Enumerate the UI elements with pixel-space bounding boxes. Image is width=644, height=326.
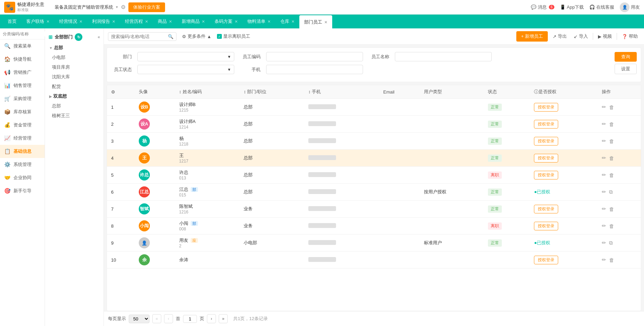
close-icon[interactable]: ✕	[267, 19, 271, 24]
page-number-input[interactable]	[183, 315, 197, 323]
dept-refresh-btn[interactable]: ↻	[75, 33, 82, 41]
nav-item-barcode[interactable]: 条码方案 ✕	[210, 15, 243, 28]
edit-icon[interactable]: ✏	[602, 206, 606, 212]
nav-item-warehouse[interactable]: 仓库 ✕	[275, 15, 299, 28]
trial-button[interactable]: 体验行业方案	[128, 2, 165, 12]
delete-icon[interactable]: 🗑	[609, 104, 614, 110]
close-icon[interactable]: ✕	[202, 19, 205, 24]
close-icon[interactable]: ✕	[169, 19, 172, 24]
copy-icon[interactable]: ⧉	[609, 240, 613, 246]
sidebar-item-guide[interactable]: 🎯新手引导	[0, 184, 45, 197]
dept-tree-item-shuangdi[interactable]: ▶双底想	[45, 91, 103, 101]
emp-status-filter-select[interactable]: ▾	[137, 65, 234, 74]
help-btn[interactable]: ❓ 帮助	[620, 32, 640, 41]
dept-tree-item-distribution[interactable]: 配货	[45, 82, 103, 91]
edit-icon[interactable]: ✏	[602, 155, 606, 161]
auth-login-button[interactable]: 授权登录	[534, 120, 558, 129]
dept-tree-item-shenyang[interactable]: 沈阳大库	[45, 72, 103, 82]
phone-filter-input[interactable]	[266, 65, 363, 74]
auth-login-button[interactable]: 授权登录	[534, 256, 558, 264]
first-page-btn[interactable]: «	[152, 314, 161, 323]
nav-item-operation[interactable]: 经营情况 ✕	[54, 15, 87, 28]
query-button[interactable]: 查询	[615, 52, 637, 62]
edit-icon[interactable]: ✏	[602, 172, 606, 178]
app-download-btn[interactable]: 📱 App下载	[560, 4, 584, 10]
close-icon[interactable]: ✕	[46, 19, 49, 24]
nav-item-profit[interactable]: 利润报告 ✕	[87, 15, 120, 28]
add-employee-button[interactable]: + 新增员工	[516, 31, 548, 42]
dept-collapse-btn[interactable]: «	[98, 35, 100, 39]
edit-icon[interactable]: ✏	[602, 223, 606, 229]
delete-icon[interactable]: 🗑	[609, 138, 614, 144]
gear-icon[interactable]: ⚙	[121, 4, 126, 10]
sidebar-item-operation-mgmt[interactable]: 📈经营管理	[0, 132, 45, 145]
prev-page-btn[interactable]: ‹	[164, 314, 173, 323]
auth-login-button[interactable]: 授权登录	[534, 205, 558, 213]
close-icon[interactable]: ✕	[324, 20, 327, 25]
close-icon[interactable]: ✕	[112, 19, 115, 24]
more-filter-btn[interactable]: ⚙ 更多条件 ▲	[179, 32, 214, 41]
nav-item-customer[interactable]: 客户联络 ✕	[21, 15, 54, 28]
close-icon[interactable]: ✕	[145, 19, 148, 24]
import-btn[interactable]: ↙ 导入	[572, 32, 590, 41]
set-button[interactable]: 设置	[615, 64, 637, 74]
delete-icon[interactable]: 🗑	[609, 155, 614, 161]
message-btn[interactable]: 💬 消息 6	[531, 4, 554, 10]
online-service-btn[interactable]: 🎧 在线客服	[589, 4, 614, 10]
sidebar-item-basic-info[interactable]: 📋基础信息	[0, 145, 45, 158]
edit-icon[interactable]: ✏	[602, 138, 606, 144]
dept-tree-item-zongbu[interactable]: 总部	[45, 101, 103, 111]
dept-tree-item-general-hq[interactable]: ▼总部	[45, 43, 103, 53]
view-btn[interactable]: ▶ 视频	[596, 32, 614, 41]
nav-item-employee[interactable]: 部门员工 ✕	[299, 15, 332, 29]
user-menu[interactable]: 👤 用友	[620, 2, 640, 12]
close-icon[interactable]: ✕	[235, 19, 238, 24]
sidebar-item-sales[interactable]: 📊销售管理	[0, 79, 45, 92]
auth-login-button[interactable]: 授权登录	[534, 171, 558, 179]
sidebar-item-system[interactable]: ⚙️系统管理	[0, 158, 45, 171]
close-icon[interactable]: ✕	[291, 19, 294, 24]
dept-tree-item-project[interactable]: 项目库房	[45, 62, 103, 72]
col-phone[interactable]: ↕ 手机	[304, 85, 379, 99]
sidebar-item-purchase[interactable]: 🛒采购管理	[0, 92, 45, 105]
col-settings[interactable]: ⚙	[107, 85, 135, 99]
nav-item-goods[interactable]: 商品 ✕	[153, 15, 177, 28]
edit-icon[interactable]: ✏	[602, 104, 606, 110]
emp-name-filter-input[interactable]	[395, 52, 492, 61]
employee-search-wrap[interactable]: 🔍	[108, 32, 176, 41]
sidebar-item-nav[interactable]: 🏠快捷导航	[0, 53, 45, 66]
auth-login-button[interactable]: 授权登录	[534, 222, 558, 230]
edit-icon[interactable]: ✏	[602, 240, 606, 246]
dropdown-arrow-icon[interactable]: ▾	[116, 5, 118, 9]
dept-tree-item-xiaodian[interactable]: 小电部	[45, 53, 103, 62]
sidebar-item-marketing[interactable]: 📢营销推广	[0, 66, 45, 79]
nav-item-history[interactable]: 经营历程 ✕	[120, 15, 153, 28]
nav-item-bom[interactable]: 物料清单 ✕	[243, 15, 275, 28]
sidebar-item-search[interactable]: 🔍搜索菜单	[0, 39, 45, 53]
delete-icon[interactable]: 🗑	[609, 206, 614, 212]
auth-login-button[interactable]: 授权登录	[534, 103, 558, 112]
edit-icon[interactable]: ✏	[602, 189, 606, 195]
delete-icon[interactable]: 🗑	[609, 223, 614, 229]
page-size-select[interactable]: 50 100 200	[129, 315, 149, 323]
col-dept[interactable]: ↕ 部门/职位	[239, 85, 304, 99]
emp-code-filter-input[interactable]	[266, 52, 363, 61]
sidebar-item-inventory[interactable]: 📦库存核算	[0, 105, 45, 118]
delete-icon[interactable]: 🗑	[609, 172, 614, 178]
auth-login-button[interactable]: 授权登录	[534, 154, 558, 162]
delete-icon[interactable]: 🗑	[609, 121, 614, 127]
sidebar-item-collab[interactable]: 🤝企业协同	[0, 171, 45, 184]
next-page-btn[interactable]: ›	[207, 314, 216, 323]
nav-item-home[interactable]: 首页	[3, 15, 21, 28]
edit-icon[interactable]: ✏	[602, 121, 606, 127]
copy-icon[interactable]: ⧉	[609, 189, 613, 195]
delete-icon[interactable]: 🗑	[609, 257, 614, 263]
employee-search-input[interactable]	[111, 34, 166, 39]
dept-filter-select[interactable]: ▾	[137, 52, 234, 61]
sidebar-search[interactable]: 🔍	[0, 28, 45, 39]
show-resigned-toggle[interactable]: ✓ 显示离职员工	[217, 33, 250, 39]
nav-item-add-goods[interactable]: 新增商品 ✕	[177, 15, 210, 28]
dept-tree-item-zhishu[interactable]: 植树王三	[45, 111, 103, 121]
last-page-btn[interactable]: »	[219, 314, 228, 323]
auth-login-button[interactable]: 授权登录	[534, 137, 558, 146]
